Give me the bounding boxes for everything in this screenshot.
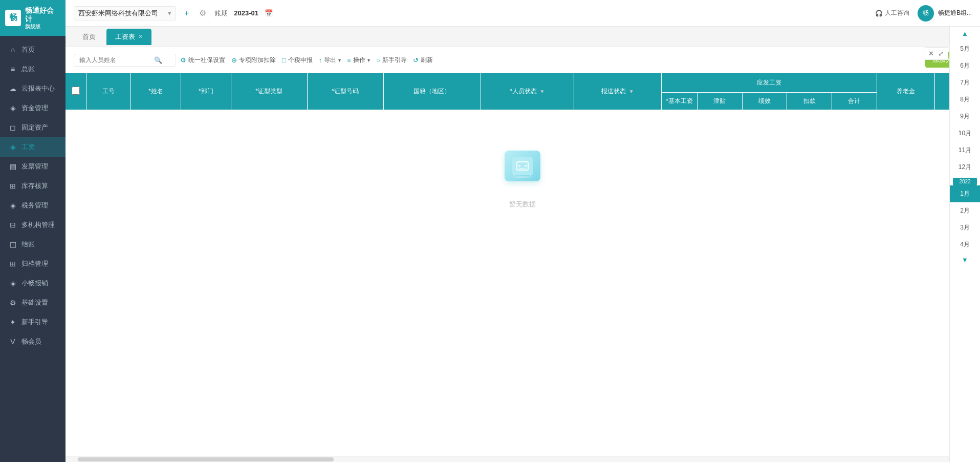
sidebar-item-ledger[interactable]: ≡ 总账	[0, 59, 66, 79]
search-box[interactable]: 🔍	[74, 54, 176, 67]
operate-button[interactable]: ≡ 操作 ▾	[347, 56, 370, 65]
sidebar-item-close[interactable]: ◫ 结账	[0, 235, 66, 254]
sidebar-item-multi-org[interactable]: ⊟ 多机构管理	[0, 215, 66, 235]
month-item-4[interactable]: 4月	[950, 236, 980, 253]
salary-table: 工号 *姓名 *部门 *证型类型 *证型号码 国籍（地区）	[66, 73, 980, 250]
company-selector[interactable]: 西安虾米网络科技有限公司 ▾	[74, 6, 176, 20]
search-input[interactable]	[79, 56, 151, 64]
sidebar-item-label: 税务管理	[21, 201, 48, 210]
sidebar-item-inventory[interactable]: ⊞ 库存核算	[0, 176, 66, 196]
month-item-12[interactable]: 12月	[950, 159, 980, 176]
add-company-button[interactable]: +	[182, 7, 191, 20]
sidebar: 畅 畅通好会计 旗舰版 ⌂ 首页 ≡ 总账 ☁ 云报表中心 ◈ 资金管理 ◻ 固…	[0, 0, 66, 462]
user-area: 畅 畅捷通B组...	[918, 5, 972, 22]
sidebar-item-invoice[interactable]: ▤ 发票管理	[0, 157, 66, 176]
svg-rect-0	[512, 157, 533, 175]
month-item-3[interactable]: 3月	[950, 219, 980, 236]
col-id-no: *证型号码	[307, 73, 383, 110]
settings-button[interactable]: ⚙	[197, 6, 208, 20]
svg-point-3	[525, 165, 527, 167]
panel-controls: ✕ ⤢	[924, 47, 948, 60]
sidebar-item-label: 基础设置	[21, 298, 48, 307]
month-nav-down[interactable]: ▼	[950, 253, 980, 267]
tab-bar: 首页 工资表 ✕	[66, 27, 980, 47]
tab-salary-label: 工资表	[115, 32, 135, 41]
status-filter-icon[interactable]: ▼	[539, 89, 545, 94]
guide-button[interactable]: ○ 新手引导	[376, 56, 407, 65]
logo-icon: 畅	[5, 10, 21, 26]
expense-icon: ◈	[8, 279, 17, 287]
sidebar-item-home[interactable]: ⌂ 首页	[0, 40, 66, 59]
report-filter-icon[interactable]: ▼	[629, 89, 634, 94]
tab-home[interactable]: 首页	[74, 29, 104, 45]
col-report-status[interactable]: 报送状态 ▼	[574, 73, 662, 110]
archive-icon: ⊞	[8, 260, 17, 268]
month-item-5[interactable]: 5月	[950, 40, 980, 57]
col-nationality: 国籍（地区）	[383, 73, 481, 110]
tab-salary[interactable]: 工资表 ✕	[106, 29, 151, 45]
month-item-6[interactable]: 6月	[950, 57, 980, 74]
col-checkbox[interactable]	[66, 73, 86, 110]
svg-point-4	[515, 176, 530, 178]
tax-icon: ◈	[8, 201, 17, 209]
sidebar-item-fixed-assets[interactable]: ◻ 固定资产	[0, 118, 66, 137]
sidebar-menu: ⌂ 首页 ≡ 总账 ☁ 云报表中心 ◈ 资金管理 ◻ 固定资产 ◈ 工资 ▤ 发…	[0, 36, 66, 462]
year-badge-text: 2023	[953, 178, 977, 185]
sidebar-item-member[interactable]: V 畅会员	[0, 332, 66, 351]
month-item-8[interactable]: 8月	[950, 91, 980, 108]
toolbar-actions: ⚙ 统一社保设置 ⊕ 专项附加扣除 □ 个税申报 ↑ 导出 ▾ ≡ 操作 ▾	[180, 56, 433, 65]
col-allowance: 津贴	[698, 93, 743, 110]
empty-icon	[502, 151, 543, 192]
horizontal-scrollbar[interactable]	[66, 456, 980, 462]
social-security-button[interactable]: ⚙ 统一社保设置	[180, 56, 225, 65]
select-all-checkbox[interactable]	[72, 87, 80, 95]
search-icon: 🔍	[154, 56, 162, 64]
header: 西安虾米网络科技有限公司 ▾ + ⚙ 账期 2023-01 📅 🎧 人工咨询 畅…	[66, 0, 980, 27]
panel-expand-button[interactable]: ⤢	[938, 50, 944, 57]
panel-close-button[interactable]: ✕	[928, 50, 934, 57]
sidebar-item-guide[interactable]: ✦ 新手引导	[0, 312, 66, 332]
sidebar-item-fund[interactable]: ◈ 资金管理	[0, 98, 66, 118]
month-item-7[interactable]: 7月	[950, 74, 980, 91]
scroll-thumb[interactable]	[78, 457, 334, 461]
tab-close-icon[interactable]: ✕	[138, 33, 143, 40]
empty-icon-box	[505, 151, 540, 181]
tab-home-label: 首页	[82, 32, 96, 41]
sidebar-item-label: 畅会员	[21, 337, 41, 346]
month-item-11[interactable]: 11月	[950, 142, 980, 159]
export-dropdown-icon: ▾	[338, 57, 341, 63]
table-container: 工号 *姓名 *部门 *证型类型 *证型号码 国籍（地区）	[66, 73, 980, 456]
special-deduction-label: 专项附加扣除	[239, 56, 276, 65]
personal-tax-button[interactable]: □ 个税申报	[282, 56, 313, 65]
col-id: 工号	[86, 73, 131, 110]
month-item-9[interactable]: 9月	[950, 108, 980, 125]
sidebar-item-cloud-report[interactable]: ☁ 云报表中心	[0, 79, 66, 98]
sidebar-item-label: 归档管理	[21, 259, 48, 268]
sidebar-item-salary[interactable]: ◈ 工资	[0, 137, 66, 157]
sidebar-item-label: 工资	[21, 142, 35, 152]
col-pension: 养老金	[877, 73, 934, 110]
month-item-2[interactable]: 2月	[950, 202, 980, 219]
month-nav-up[interactable]: ▲	[950, 27, 980, 40]
support-label: 人工咨询	[885, 9, 909, 17]
col-status[interactable]: *人员状态 ▼	[481, 73, 574, 110]
sidebar-item-tax[interactable]: ◈ 税务管理	[0, 196, 66, 215]
support-button[interactable]: 🎧 人工咨询	[875, 9, 909, 17]
calendar-icon[interactable]: 📅	[265, 9, 273, 17]
export-label: 导出	[324, 56, 336, 65]
month-item-1-active[interactable]: 1月	[950, 185, 980, 202]
export-button[interactable]: ↑ 导出 ▾	[319, 56, 341, 65]
assets-icon: ◻	[8, 123, 17, 132]
month-item-10[interactable]: 10月	[950, 125, 980, 142]
sidebar-item-archive[interactable]: ⊞ 归档管理	[0, 254, 66, 274]
col-group-salary: 应发工资	[662, 73, 877, 93]
cloud-icon: ☁	[8, 85, 17, 93]
refresh-button[interactable]: ↺ 刷新	[413, 56, 433, 65]
sidebar-item-label: 多机构管理	[21, 220, 55, 229]
member-icon: V	[8, 338, 17, 346]
sidebar-item-expense[interactable]: ◈ 小畅报销	[0, 274, 66, 293]
special-deduction-button[interactable]: ⊕ 专项附加扣除	[231, 56, 276, 65]
app-title: 畅通好会计	[25, 6, 60, 24]
sidebar-item-settings[interactable]: ⚙ 基础设置	[0, 293, 66, 312]
sidebar-item-label: 发票管理	[21, 162, 48, 171]
